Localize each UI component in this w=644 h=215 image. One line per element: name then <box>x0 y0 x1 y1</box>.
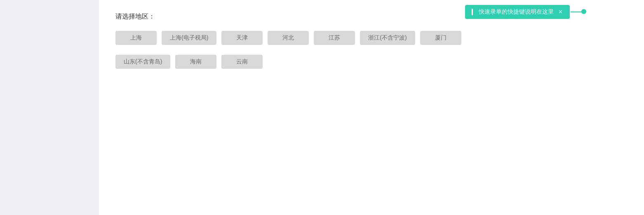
region-btn-hainan[interactable]: 海南 <box>175 55 216 69</box>
tooltip-bar: 快速录单的快捷键说明在这里 × <box>465 5 570 19</box>
region-btn-tianjin[interactable]: 天津 <box>221 31 263 45</box>
region-btn-zhejiang[interactable]: 浙江(不含宁波) <box>360 31 415 45</box>
region-btn-shandong[interactable]: 山东(不含青岛) <box>115 55 170 69</box>
tooltip-text: 快速录单的快捷键说明在这里 <box>479 8 554 16</box>
region-btn-hebei[interactable]: 河北 <box>268 31 309 45</box>
region-buttons: 上海 上海(电子税局) 天津 河北 江苏 浙江(不含宁波) 厦门 山东(不含青岛… <box>115 31 628 69</box>
sidebar <box>0 0 99 215</box>
region-btn-yunnan[interactable]: 云南 <box>221 55 263 69</box>
region-btn-shanghai[interactable]: 上海 <box>115 31 157 45</box>
main-content: 请选择地区： 上海 上海(电子税局) 天津 河北 江苏 浙江(不含宁波) 厦门 … <box>99 0 644 215</box>
tooltip-dot <box>581 9 586 14</box>
region-btn-shanghai-etax[interactable]: 上海(电子税局) <box>162 31 216 45</box>
tooltip-close-button[interactable]: × <box>558 8 563 16</box>
region-btn-xiamen[interactable]: 厦门 <box>420 31 461 45</box>
region-btn-jiangsu[interactable]: 江苏 <box>314 31 355 45</box>
